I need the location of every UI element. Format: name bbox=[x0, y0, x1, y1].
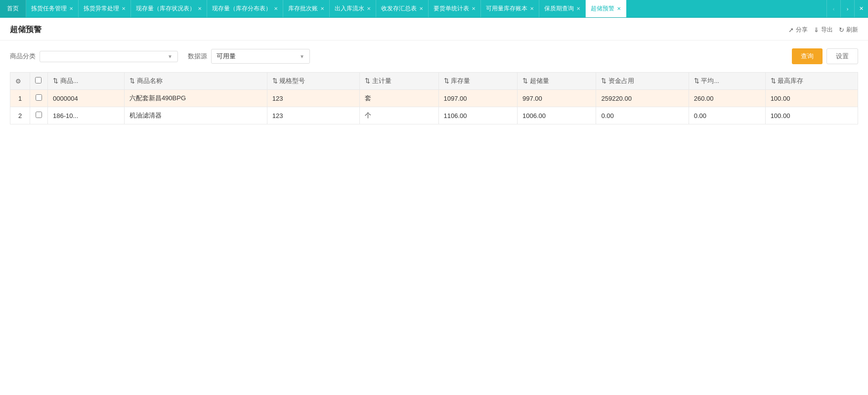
category-select[interactable]: ▼ bbox=[40, 51, 178, 62]
td-product-code: 0000004 bbox=[48, 90, 125, 107]
nav-close-arrow[interactable]: ✕ bbox=[854, 0, 868, 17]
filter-area: 商品分类 ▼ 数据源 可用量 ▼ 查询 设置 bbox=[0, 40, 868, 72]
select-all-checkbox[interactable] bbox=[35, 77, 42, 83]
td-unit: 个 bbox=[360, 107, 438, 124]
nav-bar: 首页 拣货任务管理✕拣货异常处理✕现存量（库存状况表）✕现存量（库存分布表）✕库… bbox=[0, 0, 868, 18]
td-max-stock: 100.00 bbox=[765, 107, 858, 124]
th-max-stock[interactable]: ⇅ 最高库存 bbox=[765, 73, 858, 90]
td-product-name: 机油滤清器 bbox=[124, 107, 267, 124]
td-spec: 123 bbox=[267, 90, 359, 107]
table-row: 2 186-10... 机油滤清器 123 个 1106.00 1006.00 … bbox=[10, 107, 858, 124]
nav-tab[interactable]: 现存量（库存状况表）✕ bbox=[131, 0, 207, 17]
th-product-code[interactable]: ⇅ 商品... bbox=[48, 73, 125, 90]
page-actions: ➚ 分享 ⇓ 导出 ↻ 刷新 bbox=[788, 26, 858, 34]
nav-tab-close[interactable]: ✕ bbox=[617, 6, 621, 11]
td-row-num: 1 bbox=[10, 90, 30, 107]
th-product-name[interactable]: ⇅ 商品名称 bbox=[124, 73, 267, 90]
td-max-stock: 100.00 bbox=[765, 90, 858, 107]
datasource-dropdown-icon: ▼ bbox=[300, 54, 304, 59]
nav-tab-close[interactable]: ✕ bbox=[367, 6, 371, 11]
td-product-code: 186-10... bbox=[48, 107, 125, 124]
nav-tab-close[interactable]: ✕ bbox=[69, 6, 73, 11]
nav-tab[interactable]: 拣货异常处理✕ bbox=[79, 0, 131, 17]
td-stock: 1106.00 bbox=[438, 107, 517, 124]
nav-tab-close[interactable]: ✕ bbox=[419, 6, 423, 11]
nav-tab-label: 出入库流水 bbox=[335, 4, 364, 13]
nav-home-label: 首页 bbox=[7, 4, 19, 13]
nav-tab-label: 超储预警 bbox=[591, 4, 614, 13]
th-spec[interactable]: ⇅ 规格型号 bbox=[267, 73, 359, 90]
nav-tab-close[interactable]: ✕ bbox=[320, 6, 324, 11]
nav-tab[interactable]: 拣货任务管理✕ bbox=[26, 0, 79, 17]
th-stock[interactable]: ⇅ 库存量 bbox=[438, 73, 517, 90]
nav-tab-close[interactable]: ✕ bbox=[576, 6, 580, 11]
td-checkbox bbox=[30, 107, 48, 124]
nav-tab-label: 现存量（库存分布表） bbox=[212, 4, 271, 13]
table-row: 1 0000004 六配套新昌490BPG 123 套 1097.00 997.… bbox=[10, 90, 858, 107]
nav-tab[interactable]: 超储预警✕ bbox=[586, 0, 626, 17]
td-stock: 1097.00 bbox=[438, 90, 517, 107]
td-row-num: 2 bbox=[10, 107, 30, 124]
nav-tab[interactable]: 可用量库存账本✕ bbox=[481, 0, 539, 17]
nav-tab-label: 保质期查询 bbox=[544, 4, 574, 13]
nav-tab-label: 要货单统计表 bbox=[434, 4, 469, 13]
nav-tab[interactable]: 保质期查询✕ bbox=[539, 0, 586, 17]
nav-tab-label: 拣货任务管理 bbox=[31, 4, 67, 13]
refresh-icon: ↻ bbox=[839, 26, 844, 34]
refresh-button[interactable]: ↻ 刷新 bbox=[839, 26, 858, 34]
refresh-label: 刷新 bbox=[846, 26, 858, 34]
nav-tab-close[interactable]: ✕ bbox=[122, 6, 126, 11]
th-overstock[interactable]: ⇅ 超储量 bbox=[517, 73, 596, 90]
settings-gear-icon[interactable]: ⚙ bbox=[15, 78, 21, 85]
td-capital: 0.00 bbox=[596, 107, 689, 124]
nav-tab-label: 库存批次账 bbox=[288, 4, 318, 13]
th-checkbox bbox=[30, 73, 48, 90]
nav-next-arrow[interactable]: › bbox=[840, 0, 854, 17]
td-overstock: 1006.00 bbox=[517, 107, 596, 124]
page-title: 超储预警 bbox=[10, 25, 42, 35]
category-filter: 商品分类 ▼ bbox=[10, 51, 178, 62]
nav-home[interactable]: 首页 bbox=[0, 0, 26, 17]
table-header-row: ⚙ ⇅ 商品... ⇅ 商品名称 ⇅ 规格型号 ⇅ 主计量 bbox=[10, 73, 858, 90]
td-overstock: 997.00 bbox=[517, 90, 596, 107]
nav-tab[interactable]: 收发存汇总表✕ bbox=[376, 0, 429, 17]
th-settings: ⚙ bbox=[10, 73, 30, 90]
datasource-select[interactable]: 可用量 ▼ bbox=[211, 49, 310, 64]
export-icon: ⇓ bbox=[814, 26, 819, 34]
settings-button[interactable]: 设置 bbox=[826, 48, 858, 64]
td-spec: 123 bbox=[267, 107, 359, 124]
share-icon: ➚ bbox=[788, 26, 794, 34]
nav-prev-arrow[interactable]: ‹ bbox=[826, 0, 840, 17]
td-product-name: 六配套新昌490BPG bbox=[124, 90, 267, 107]
nav-tab-close[interactable]: ✕ bbox=[472, 6, 476, 11]
nav-tab-close[interactable]: ✕ bbox=[274, 6, 278, 11]
nav-tab[interactable]: 出入库流水✕ bbox=[330, 0, 376, 17]
td-unit: 套 bbox=[360, 90, 438, 107]
export-label: 导出 bbox=[821, 26, 833, 34]
nav-tab[interactable]: 要货单统计表✕ bbox=[429, 0, 481, 17]
nav-tab-label: 拣货异常处理 bbox=[84, 4, 119, 13]
th-capital[interactable]: ⇅ 资金占用 bbox=[596, 73, 689, 90]
export-button[interactable]: ⇓ 导出 bbox=[814, 26, 833, 34]
table-container: ⚙ ⇅ 商品... ⇅ 商品名称 ⇅ 规格型号 ⇅ 主计量 bbox=[0, 72, 868, 124]
datasource-label: 数据源 bbox=[188, 52, 207, 61]
nav-arrows: ‹ › ✕ bbox=[826, 0, 868, 17]
datasource-select-value: 可用量 bbox=[217, 52, 236, 61]
nav-tab-label: 可用量库存账本 bbox=[486, 4, 527, 13]
th-avg[interactable]: ⇅ 平均... bbox=[689, 73, 765, 90]
data-table: ⚙ ⇅ 商品... ⇅ 商品名称 ⇅ 规格型号 ⇅ 主计量 bbox=[10, 72, 858, 124]
row-checkbox[interactable] bbox=[36, 94, 42, 101]
share-button[interactable]: ➚ 分享 bbox=[788, 26, 808, 34]
th-unit[interactable]: ⇅ 主计量 bbox=[360, 73, 438, 90]
query-button[interactable]: 查询 bbox=[792, 48, 823, 64]
nav-tab-close[interactable]: ✕ bbox=[530, 6, 534, 11]
page-header: 超储预警 ➚ 分享 ⇓ 导出 ↻ 刷新 bbox=[0, 18, 868, 40]
nav-tab[interactable]: 库存批次账✕ bbox=[283, 0, 330, 17]
nav-tab-label: 收发存汇总表 bbox=[381, 4, 417, 13]
datasource-filter: 数据源 可用量 ▼ bbox=[188, 49, 310, 64]
nav-tab[interactable]: 现存量（库存分布表）✕ bbox=[207, 0, 283, 17]
nav-tab-close[interactable]: ✕ bbox=[198, 6, 202, 11]
td-checkbox bbox=[30, 90, 48, 107]
row-checkbox[interactable] bbox=[36, 112, 42, 118]
category-dropdown-icon: ▼ bbox=[168, 54, 173, 59]
